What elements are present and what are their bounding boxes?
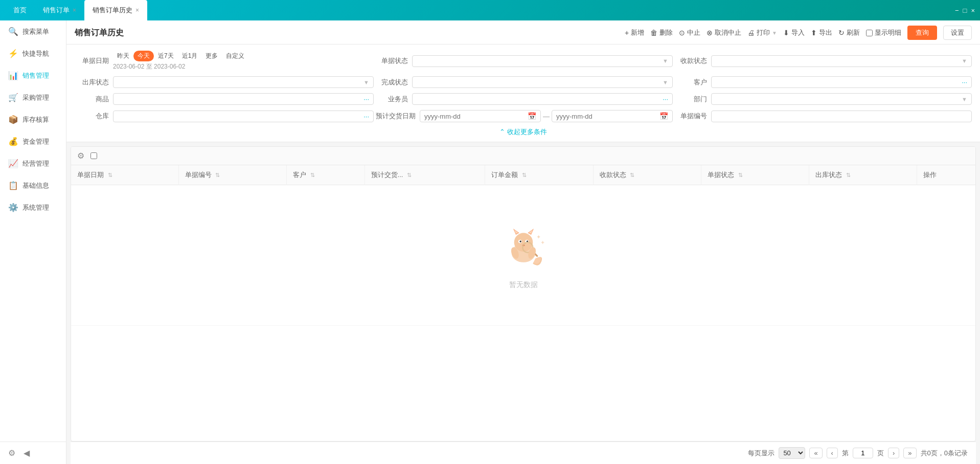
sidebar-item-inventory[interactable]: 📦 库存核算 <box>0 108 66 130</box>
sidebar-collapse-icon[interactable]: ◀ <box>24 448 30 458</box>
date-today[interactable]: 今天 <box>133 51 154 61</box>
query-button[interactable]: 查询 <box>907 26 937 40</box>
delivery-start-input-group[interactable]: 📅 <box>420 110 541 122</box>
col-customer-sort-icon[interactable]: ⇅ <box>310 172 315 178</box>
refresh-label: 刷新 <box>847 28 860 37</box>
product-dots-icon[interactable]: ··· <box>363 95 369 103</box>
product-filter-cell: 商品 ··· <box>75 93 374 105</box>
salesperson-input[interactable] <box>417 95 663 103</box>
col-number-sort-icon[interactable]: ⇅ <box>215 172 220 178</box>
date-more[interactable]: 更多 <box>201 51 222 61</box>
order-no-input-wrapper[interactable] <box>711 111 972 122</box>
sidebar-item-purchase-mgmt[interactable]: 🛒 采购管理 <box>0 86 66 108</box>
col-payment-status: 收款状态 ⇅ <box>593 165 701 185</box>
empty-state-row: ✦ ✦ 暂无数据 <box>71 185 975 326</box>
cancel-suspend-icon: ⊗ <box>706 29 713 37</box>
delivery-end-input-group[interactable]: 📅 <box>552 110 673 122</box>
delivery-start-input[interactable] <box>424 113 528 120</box>
date-options: 昨天 今天 近7天 近1月 更多 自定义 <box>113 51 374 61</box>
salesperson-dots-icon[interactable]: ··· <box>663 95 668 103</box>
maximize-button[interactable]: □ <box>963 7 967 14</box>
col-date-sort-icon[interactable]: ⇅ <box>108 172 112 178</box>
col-amount: 订单金额 ⇅ <box>485 165 593 185</box>
suspend-button[interactable]: ⊙ 中止 <box>679 28 700 37</box>
last-page-button[interactable]: » <box>903 448 916 458</box>
delete-button[interactable]: 🗑 删除 <box>650 28 673 37</box>
cancel-suspend-button[interactable]: ⊗ 取消中止 <box>706 28 741 37</box>
warehouse-out-select[interactable]: ▼ <box>113 76 374 88</box>
col-payment-sort-icon[interactable]: ⇅ <box>630 172 634 178</box>
payment-status-select[interactable]: ▼ <box>711 55 972 67</box>
tab-sales-history-close[interactable]: × <box>135 7 139 14</box>
first-page-button[interactable]: « <box>809 448 822 458</box>
page-prefix: 第 <box>842 449 849 458</box>
sidebar-item-search-menu[interactable]: 🔍 搜索菜单 <box>0 20 66 42</box>
product-input[interactable] <box>118 95 363 103</box>
complete-select[interactable]: ▼ <box>412 76 673 88</box>
calendar-end-icon[interactable]: 📅 <box>659 112 668 120</box>
print-button[interactable]: 🖨 打印 ▼ <box>747 28 777 37</box>
import-button[interactable]: ⬇ 导入 <box>783 28 805 37</box>
date-1month[interactable]: 近1月 <box>178 51 202 61</box>
product-select[interactable]: ··· <box>113 93 374 105</box>
dept-arrow-icon: ▼ <box>962 96 967 102</box>
salesperson-select[interactable]: ··· <box>412 93 673 105</box>
complete-input[interactable] <box>417 78 660 86</box>
operations-icon: 📈 <box>8 159 18 168</box>
tab-sales-order[interactable]: 销售订单 × <box>35 0 84 20</box>
display-detail-checkbox[interactable] <box>866 30 873 36</box>
col-warehouse-sort-icon[interactable]: ⇅ <box>846 172 851 178</box>
tab-sales-history[interactable]: 销售订单历史 × <box>84 0 147 20</box>
collapse-filters-button[interactable]: ⌃ 收起更多条件 <box>75 125 972 138</box>
export-button[interactable]: ⬆ 导出 <box>811 28 832 37</box>
delivery-date-filter-cell: 预计交货日期 📅 — 📅 <box>374 110 673 122</box>
sidebar-item-quick-nav[interactable]: ⚡ 快捷导航 <box>0 42 66 64</box>
tab-home[interactable]: 首页 <box>5 0 35 20</box>
page-size-select[interactable]: 50 10 20 100 <box>779 447 805 459</box>
sidebar-item-sales-mgmt[interactable]: 📊 销售管理 <box>0 64 66 86</box>
sidebar-settings-icon[interactable]: ⚙ <box>8 448 15 458</box>
dept-input[interactable] <box>716 95 960 103</box>
warehouse-input[interactable] <box>118 113 363 120</box>
bill-status-filter-cell: 单据状态 ▼ <box>374 51 673 71</box>
next-page-button[interactable]: › <box>888 448 899 458</box>
col-bill-sort-icon[interactable]: ⇅ <box>738 172 743 178</box>
minimize-button[interactable]: − <box>955 7 959 14</box>
payment-status-input[interactable] <box>716 57 960 65</box>
sidebar-item-system-mgmt[interactable]: ⚙️ 系统管理 <box>0 196 66 218</box>
customer-select[interactable]: ··· <box>711 76 972 88</box>
delivery-end-input[interactable] <box>556 113 659 120</box>
refresh-button[interactable]: ↻ 刷新 <box>838 28 860 37</box>
date-custom[interactable]: 自定义 <box>222 51 248 61</box>
sidebar-item-quick-nav-label: 快捷导航 <box>22 49 49 58</box>
col-amount-sort-icon[interactable]: ⇅ <box>522 172 527 178</box>
warehouse-select[interactable]: ··· <box>113 111 374 122</box>
date-range-display: 2023-06-02 至 2023-06-02 <box>113 62 374 71</box>
warehouse-out-input[interactable] <box>118 78 361 86</box>
sidebar-item-operations[interactable]: 📈 经营管理 <box>0 152 66 174</box>
customer-dots-icon[interactable]: ··· <box>962 78 967 86</box>
tab-sales-order-close[interactable]: × <box>73 7 76 14</box>
date-7days[interactable]: 近7天 <box>154 51 178 61</box>
new-button[interactable]: + 新增 <box>625 28 644 37</box>
select-all-checkbox[interactable] <box>90 152 97 159</box>
order-no-input[interactable] <box>716 113 967 120</box>
sidebar-item-finance[interactable]: 💰 资金管理 <box>0 130 66 152</box>
warehouse-dots-icon[interactable]: ··· <box>363 113 369 120</box>
display-detail-toggle[interactable]: 显示明细 <box>866 28 901 37</box>
sidebar-item-basic-info[interactable]: 📋 基础信息 <box>0 174 66 196</box>
dept-select[interactable]: ▼ <box>711 93 972 105</box>
col-delivery-sort-icon[interactable]: ⇅ <box>407 172 412 178</box>
bill-status-input[interactable] <box>417 57 660 65</box>
calendar-start-icon[interactable]: 📅 <box>528 112 536 120</box>
setting-button[interactable]: 设置 <box>943 26 972 40</box>
close-button[interactable]: × <box>971 7 975 14</box>
table-header-row: 单据日期 ⇅ 单据编号 ⇅ 客户 ⇅ 预计交货... <box>71 165 975 185</box>
customer-input[interactable] <box>716 78 962 86</box>
table-settings-icon[interactable]: ⚙ <box>77 151 84 161</box>
date-yesterday[interactable]: 昨天 <box>113 51 133 61</box>
salesperson-filter-cell: 业务员 ··· <box>374 93 673 105</box>
page-number-input[interactable] <box>853 448 873 458</box>
prev-page-button[interactable]: ‹ <box>827 448 838 458</box>
bill-status-select[interactable]: ▼ <box>412 55 673 67</box>
